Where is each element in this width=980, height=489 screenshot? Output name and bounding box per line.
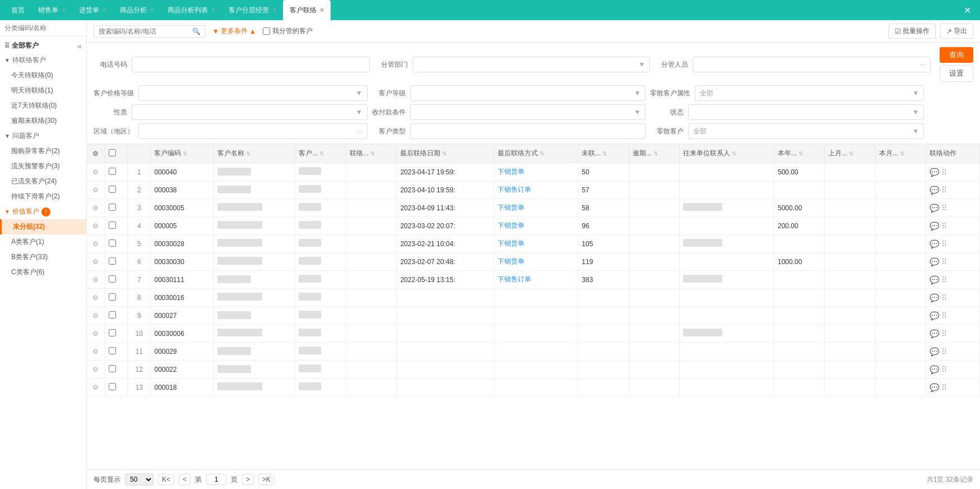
settings-icon[interactable]: ⚙ [92, 258, 99, 266]
settings-icon[interactable]: ⚙ [92, 222, 99, 230]
col-overdue[interactable]: 逾期... [629, 144, 679, 163]
col-last-contact-way[interactable]: 最后联络方式 [494, 144, 578, 163]
sidebar-item-churned[interactable]: 已流失客户(24) [0, 174, 86, 189]
sidebar-item-7days[interactable]: 近7天待联络(0) [0, 98, 86, 113]
nav-product-analysis[interactable]: 商品分析 × [113, 0, 161, 20]
sidebar-search-input[interactable] [4, 24, 87, 32]
contact-way-link[interactable]: 下销货单 [498, 239, 524, 247]
col-settings[interactable]: ⚙ [87, 144, 105, 163]
row-settings[interactable]: ⚙ [87, 181, 105, 199]
col-not-contacted[interactable]: 未联... [578, 144, 629, 163]
row-checkbox[interactable] [109, 275, 116, 283]
row-checkbox[interactable] [109, 383, 116, 390]
sidebar-item-tomorrow[interactable]: 明天待联络(1) [0, 83, 86, 98]
row-checkbox[interactable] [109, 311, 116, 319]
my-customers-checkbox[interactable] [263, 27, 270, 35]
row-settings[interactable]: ⚙ [87, 343, 105, 361]
nav-sales-close[interactable]: × [62, 6, 66, 14]
row-checkbox[interactable] [109, 186, 116, 193]
manager-select[interactable]: ··· [693, 57, 931, 72]
chat-icon[interactable]: 💬 [930, 186, 939, 195]
dept-select[interactable]: ▼ [412, 57, 651, 72]
col-contact[interactable]: 联络... [346, 144, 396, 163]
col-name[interactable]: 客户名称 [213, 144, 295, 163]
price-level-select[interactable]: ▼ [138, 85, 368, 101]
settings-icon[interactable]: ⚙ [92, 276, 99, 284]
settings-icon[interactable]: ⚙ [92, 330, 99, 338]
sidebar-item-class-b[interactable]: B类客户(33) [0, 250, 86, 265]
row-checkbox[interactable] [109, 365, 116, 372]
row-settings[interactable]: ⚙ [87, 163, 105, 181]
sidebar-item-class-c[interactable]: C类客户(6) [0, 265, 86, 280]
chat-icon[interactable]: 💬 [930, 329, 939, 338]
sidebar-item-churn-warning[interactable]: 流失预警客户(3) [0, 159, 86, 174]
col-this-month[interactable]: 本月... [875, 144, 926, 163]
more-icon[interactable]: ⠿ [941, 257, 947, 266]
more-icon[interactable]: ⠿ [941, 275, 947, 284]
page-number-input[interactable] [206, 474, 226, 485]
col-type[interactable]: 客户... [295, 144, 346, 163]
nav-product-analysis-close[interactable]: × [150, 6, 154, 14]
customer-type-select[interactable] [410, 123, 646, 139]
nav-purchase[interactable]: 进货单 × [72, 0, 113, 20]
nav-sales[interactable]: 销售单 × [31, 0, 72, 20]
chat-icon[interactable]: 💬 [930, 347, 939, 356]
contact-way-link[interactable]: 下销货单 [498, 204, 524, 211]
first-page-button[interactable]: K< [158, 474, 174, 485]
settings-icon[interactable]: ⚙ [92, 168, 99, 176]
row-settings[interactable]: ⚙ [87, 235, 105, 253]
settings-icon[interactable]: ⚙ [92, 240, 99, 248]
batch-op-button[interactable]: ☑ 批量操作 [889, 24, 936, 39]
contact-way-link[interactable]: 下销货单 [498, 168, 524, 176]
row-checkbox[interactable] [109, 239, 116, 247]
contact-way-link[interactable]: 下销售订单 [498, 186, 531, 193]
sidebar-item-declining[interactable]: 持续下滑客户(2) [0, 189, 86, 204]
sidebar-all-customers[interactable]: ⠿ 全部客户 « [0, 36, 86, 53]
more-icon[interactable]: ⠿ [941, 347, 947, 356]
retail-customer-select[interactable]: 全部 ▼ [688, 123, 924, 139]
contact-way-link[interactable]: 下销货单 [498, 257, 524, 265]
row-settings[interactable]: ⚙ [87, 307, 105, 325]
region-select[interactable]: ··· [138, 123, 368, 139]
filter-search-box[interactable]: 🔍 [94, 25, 206, 38]
more-icon[interactable]: ⠿ [941, 239, 947, 248]
reset-button[interactable]: 设置 [940, 65, 973, 82]
sidebar-group-value[interactable]: ▼ 价值客户 ! [0, 204, 86, 219]
row-checkbox[interactable] [109, 329, 116, 336]
nav-customer-tier[interactable]: 客户分层经营 × [222, 0, 283, 20]
payment-select[interactable]: ▼ [410, 104, 646, 120]
nav-purchase-close[interactable]: × [103, 6, 106, 14]
chat-icon[interactable]: 💬 [930, 222, 939, 230]
sidebar-item-abnormal-hoarding[interactable]: 囤购异常客户(2) [0, 144, 86, 159]
row-checkbox[interactable] [109, 257, 116, 265]
nav-home[interactable]: 首页 [4, 0, 31, 20]
chat-icon[interactable]: 💬 [930, 257, 939, 266]
sidebar-group-problem[interactable]: ▼ 问题客户 [0, 128, 86, 144]
sidebar-item-class-a[interactable]: A类客户(1) [0, 234, 86, 250]
row-settings[interactable]: ⚙ [87, 199, 105, 217]
row-settings[interactable]: ⚙ [87, 325, 105, 343]
customer-level-select[interactable]: ▼ [410, 85, 646, 101]
more-icon[interactable]: ⠿ [941, 293, 947, 302]
select-all-checkbox[interactable] [109, 149, 116, 156]
more-icon[interactable]: ⠿ [941, 329, 947, 338]
more-icon[interactable]: ⠿ [941, 365, 947, 374]
query-button[interactable]: 查询 [940, 47, 973, 63]
settings-icon[interactable]: ⚙ [92, 384, 99, 391]
chat-icon[interactable]: 💬 [930, 275, 939, 284]
nav-customer-tier-close[interactable]: × [272, 6, 276, 14]
row-settings[interactable]: ⚙ [87, 289, 105, 307]
col-intercompany[interactable]: 往来单位联系人 [680, 144, 774, 163]
settings-icon[interactable]: ⚙ [92, 294, 99, 302]
window-close-button[interactable]: ✕ [959, 6, 976, 15]
nature-select[interactable]: ▼ [132, 104, 368, 120]
sidebar-item-ungrouped[interactable]: 未分组(32) [0, 219, 86, 234]
chat-icon[interactable]: 💬 [930, 204, 939, 213]
settings-icon[interactable]: ⚙ [92, 204, 99, 212]
chat-icon[interactable]: 💬 [930, 168, 939, 177]
col-last-month[interactable]: 上月... [825, 144, 875, 163]
more-icon[interactable]: ⠿ [941, 168, 947, 177]
chat-icon[interactable]: 💬 [930, 383, 939, 392]
chat-icon[interactable]: 💬 [930, 365, 939, 374]
row-checkbox[interactable] [109, 204, 116, 211]
